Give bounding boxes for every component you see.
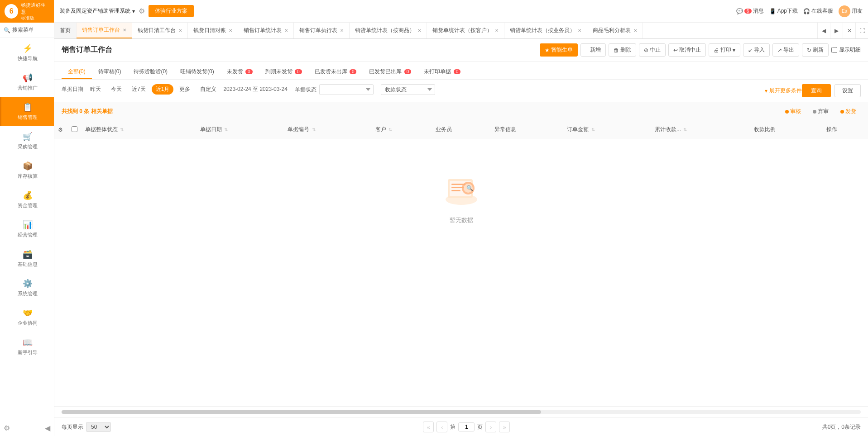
sidebar-item-operations[interactable]: 📊 经营管理: [0, 214, 54, 244]
tab-close-cash-daily[interactable]: ✕: [178, 28, 182, 33]
date-btn-more[interactable]: 更多: [175, 84, 194, 95]
sub-tab-shipped-not-out[interactable]: 已发货未出库 0: [308, 65, 363, 79]
sidebar-item-sales[interactable]: 📋 销售管理: [0, 97, 54, 126]
tab-sales-stat-staff[interactable]: 销货单统计表（按业务员） ✕: [504, 23, 587, 38]
cancel-suspend-btn[interactable]: ↩ 取消中止: [668, 43, 706, 57]
tab-cash-daily[interactable]: 钱货日清工作台 ✕: [132, 23, 188, 38]
select-all-checkbox[interactable]: [72, 126, 77, 132]
payment-status-select[interactable]: 收款状态: [381, 84, 435, 95]
sub-tab-wangpu-pending[interactable]: 旺铺待发货(0): [174, 65, 221, 79]
tab-sales-stat-product[interactable]: 销货单统计表（按商品） ✕: [350, 23, 427, 38]
ship-btn[interactable]: 发货: [836, 106, 861, 117]
sidebar-item-purchase[interactable]: 🛒 采购管理: [0, 126, 54, 156]
suspend-btn[interactable]: ⊘ 中止: [639, 43, 666, 57]
tab-product-margin[interactable]: 商品毛利分析表 ✕: [587, 23, 643, 38]
sub-tab-overdue-not-shipped[interactable]: 到期未发货 0: [259, 65, 308, 79]
date-btn-yesterday[interactable]: 昨天: [86, 84, 105, 95]
app-download-btn[interactable]: 📱 App下载: [769, 7, 798, 15]
sub-tab-not-printed[interactable]: 未打印单据 0: [417, 65, 467, 79]
sort-icon-status[interactable]: ⇅: [120, 127, 124, 132]
tab-home[interactable]: 首页: [54, 23, 77, 38]
tab-close-product-margin[interactable]: ✕: [633, 28, 637, 33]
sidebar-item-inventory[interactable]: 📦 库存核算: [0, 156, 54, 185]
query-btn[interactable]: 查询: [802, 84, 831, 97]
tab-close-sales-order[interactable]: ✕: [123, 28, 126, 33]
sidebar-settings-btn[interactable]: ⚙: [4, 424, 10, 432]
status-filter-select[interactable]: [319, 84, 374, 95]
import-btn[interactable]: ↙ 导入: [743, 43, 770, 57]
date-btn-7days[interactable]: 近7天: [128, 84, 150, 95]
sidebar-item-marketing[interactable]: 📢 营销推广: [0, 67, 54, 97]
refresh-btn[interactable]: ↻ 刷新: [802, 43, 829, 57]
last-page-btn[interactable]: »: [499, 422, 510, 432]
sort-icon-customer[interactable]: ⇅: [388, 127, 392, 132]
prev-page-btn[interactable]: ‹: [436, 422, 447, 432]
date-range-display[interactable]: 2023-02-24 至 2023-03-24: [223, 85, 287, 93]
add-btn[interactable]: + 新增: [580, 43, 606, 57]
show-detail-toggle[interactable]: 显示明细: [831, 46, 861, 54]
print-btn[interactable]: 🖨 打印 ▾: [709, 43, 740, 57]
sidebar-item-basic-info[interactable]: 🗃️ 基础信息: [0, 244, 54, 273]
sidebar-item-finance[interactable]: 💰 资金管理: [0, 185, 54, 214]
tab-sales-order[interactable]: 销售订单工作台 ✕: [77, 23, 132, 38]
tab-cash-reconcile[interactable]: 钱货日清对账 ✕: [188, 23, 238, 38]
first-page-btn[interactable]: «: [423, 422, 434, 432]
sidebar-search[interactable]: 🔍 搜索菜单: [0, 23, 54, 38]
date-btn-custom[interactable]: 自定义: [196, 84, 221, 95]
tab-sales-exec[interactable]: 销售订单执行表 ✕: [294, 23, 350, 38]
tab-close-sales-stat[interactable]: ✕: [284, 28, 288, 33]
headset-icon: 🎧: [803, 8, 810, 14]
page-size-select[interactable]: 10 20 50 100: [86, 422, 111, 432]
sub-tab-all[interactable]: 全部(0): [62, 65, 92, 79]
tab-close-all[interactable]: ✕: [843, 23, 855, 39]
tab-close-stat-staff[interactable]: ✕: [578, 28, 581, 33]
sidebar-bottom: ⚙ ◀: [0, 420, 54, 436]
gear-icon[interactable]: ⚙: [139, 7, 145, 15]
next-page-btn[interactable]: ›: [485, 422, 496, 432]
sidebar-item-enterprise[interactable]: 🤝 企业协同: [0, 303, 54, 332]
sort-icon-amount[interactable]: ⇅: [591, 127, 595, 132]
export-btn[interactable]: ↗ 导出: [772, 43, 799, 57]
sub-tab-not-shipped[interactable]: 未发货 0: [221, 65, 259, 79]
smart-create-btn[interactable]: ★ 智能生单: [540, 43, 578, 57]
tab-close-stat-customer[interactable]: ✕: [495, 28, 499, 33]
cancel-review-btn[interactable]: 弃审: [808, 106, 833, 117]
user-profile-btn[interactable]: Ea 用友: [839, 5, 863, 17]
show-detail-checkbox[interactable]: [831, 47, 837, 53]
tab-maximize[interactable]: ⛶: [855, 23, 868, 39]
expand-filter-btn[interactable]: ▾ 展开更多条件: [765, 87, 802, 95]
sidebar-item-quick-nav[interactable]: ⚡ 快捷导航: [0, 38, 54, 67]
page-number-input[interactable]: [458, 422, 475, 431]
review-btn[interactable]: 审核: [781, 106, 806, 117]
horizontal-scrollbar[interactable]: [62, 410, 861, 414]
ship-dot: [840, 110, 844, 114]
industry-btn[interactable]: 体验行业方案: [149, 5, 194, 17]
tab-scroll-left[interactable]: ◀: [817, 23, 830, 39]
sub-tab-shipped-out[interactable]: 已发货已出库 0: [363, 65, 417, 79]
filter-settings-btn[interactable]: 设置: [834, 84, 861, 97]
sub-tab-pending-review[interactable]: 待审核(0): [92, 65, 128, 79]
tab-close-stat-product[interactable]: ✕: [417, 28, 421, 33]
date-btn-today[interactable]: 今天: [107, 84, 126, 95]
message-btn[interactable]: 💬 6 消息: [736, 7, 764, 15]
date-btn-1month[interactable]: 近1月: [152, 84, 174, 95]
sub-tab-pending-inspection[interactable]: 待拣货验货(0): [127, 65, 174, 79]
sidebar-collapse-btn[interactable]: ◀: [45, 424, 50, 432]
sort-icon-number[interactable]: ⇅: [312, 127, 316, 132]
sales-icon: 📋: [23, 102, 33, 112]
sidebar-item-system[interactable]: ⚙️ 系统管理: [0, 273, 54, 303]
tab-scroll-right[interactable]: ▶: [830, 23, 843, 39]
tab-sales-stat-customer[interactable]: 销货单统计表（按客户） ✕: [427, 23, 504, 38]
table-settings-icon[interactable]: ⚙: [58, 127, 63, 133]
sort-icon-date[interactable]: ⇅: [224, 127, 228, 132]
tab-close-cash-reconcile[interactable]: ✕: [229, 28, 232, 33]
scrollbar-thumb[interactable]: [62, 410, 541, 414]
system-title[interactable]: 装备及固定资产辅助管理系统 ▾: [60, 7, 135, 15]
online-service-btn[interactable]: 🎧 在线客服: [803, 7, 833, 15]
tab-close-sales-exec[interactable]: ✕: [340, 28, 344, 33]
sort-icon-collected[interactable]: ⇅: [683, 127, 687, 132]
sidebar-item-guide[interactable]: 📖 新手引导: [0, 332, 54, 361]
tab-sales-stat[interactable]: 销售订单统计表 ✕: [238, 23, 294, 38]
delete-btn[interactable]: 🗑 删除: [609, 43, 636, 57]
empty-state: 🔍 暂无数据: [54, 138, 868, 251]
